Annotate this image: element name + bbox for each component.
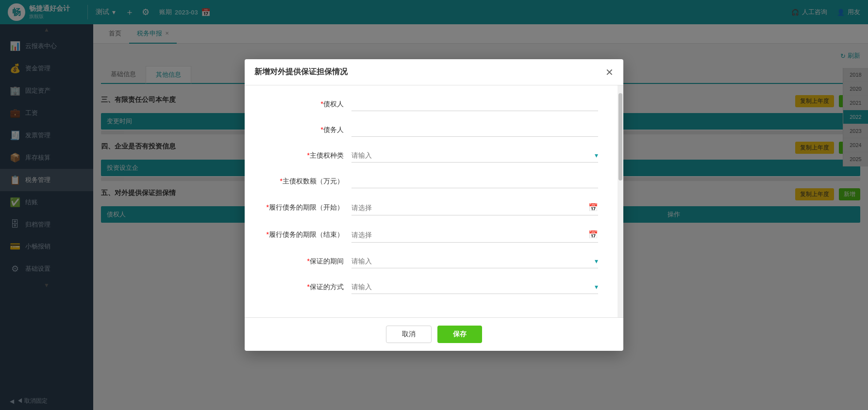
form-row-creditor: *债权人 [264, 97, 598, 111]
date-period-end[interactable]: 📅 [351, 227, 598, 243]
cancel-button[interactable]: 取消 [386, 326, 432, 343]
form-row-period-end: *履行债务的期限（结束） 📅 [264, 227, 598, 243]
input-period-end[interactable] [351, 231, 588, 239]
modal-scroll-content: *债权人 *债务人 *主债权种类 [245, 85, 618, 317]
modal-close-button[interactable]: ✕ [605, 67, 614, 77]
label-claim-amount: *主债权数额（万元） [264, 177, 351, 186]
input-guarantee-period[interactable] [351, 257, 595, 265]
label-period-start: *履行债务的期限（开始） [264, 203, 351, 212]
input-claim-amount[interactable] [351, 174, 598, 188]
select-guarantee-method[interactable]: ▾ [351, 280, 598, 294]
required-period-start: * [267, 203, 269, 211]
label-guarantee-method: *保证的方式 [264, 283, 351, 292]
calendar-end-icon[interactable]: 📅 [588, 230, 598, 239]
chevron-down-claim-icon: ▾ [595, 151, 598, 159]
modal-scroll-wrap: *债权人 *债务人 *主债权种类 [245, 85, 623, 317]
input-debtor[interactable] [351, 123, 598, 137]
date-period-start[interactable]: 📅 [351, 200, 598, 215]
required-creditor: * [321, 100, 323, 108]
form-row-claim-type: *主债权种类 ▾ [264, 148, 598, 163]
select-claim-type[interactable]: ▾ [351, 148, 598, 163]
calendar-start-icon[interactable]: 📅 [588, 203, 598, 212]
chevron-down-period-icon: ▾ [595, 257, 598, 265]
modal-scrollbar-thumb[interactable] [618, 93, 622, 180]
required-guarantee-period: * [307, 257, 310, 265]
label-debtor: *债务人 [264, 126, 351, 134]
input-period-start[interactable] [351, 204, 588, 212]
required-claim-amount: * [280, 177, 283, 185]
modal-scrollbar[interactable] [618, 85, 623, 317]
form-row-guarantee-method: *保证的方式 ▾ [264, 280, 598, 294]
label-claim-type: *主债权种类 [264, 151, 351, 160]
modal-footer: 取消 保存 [245, 317, 623, 351]
input-creditor[interactable] [351, 97, 598, 111]
required-claim-type: * [307, 151, 310, 159]
select-guarantee-period[interactable]: ▾ [351, 254, 598, 268]
modal-overlay: 新增对外提供保证担保情况 ✕ *债权人 *债务人 [0, 0, 868, 410]
form-row-period-start: *履行债务的期限（开始） 📅 [264, 200, 598, 215]
required-period-end: * [267, 230, 269, 238]
input-claim-type[interactable] [351, 151, 595, 159]
modal-body: *债权人 *债务人 *主债权种类 [245, 85, 623, 317]
label-guarantee-period: *保证的期间 [264, 257, 351, 266]
form-row-debtor: *债务人 [264, 123, 598, 137]
modal: 新增对外提供保证担保情况 ✕ *债权人 *债务人 [245, 59, 623, 351]
modal-header: 新增对外提供保证担保情况 ✕ [245, 59, 623, 85]
save-button[interactable]: 保存 [437, 326, 482, 343]
required-debtor: * [321, 126, 323, 133]
input-guarantee-method[interactable] [351, 283, 595, 291]
required-guarantee-method: * [307, 283, 310, 291]
form-row-claim-amount: *主债权数额（万元） [264, 174, 598, 188]
chevron-down-method-icon: ▾ [595, 283, 598, 291]
label-creditor: *债权人 [264, 100, 351, 109]
modal-title: 新增对外提供保证担保情况 [254, 67, 348, 77]
label-period-end: *履行债务的期限（结束） [264, 230, 351, 239]
form-row-guarantee-period: *保证的期间 ▾ [264, 254, 598, 268]
